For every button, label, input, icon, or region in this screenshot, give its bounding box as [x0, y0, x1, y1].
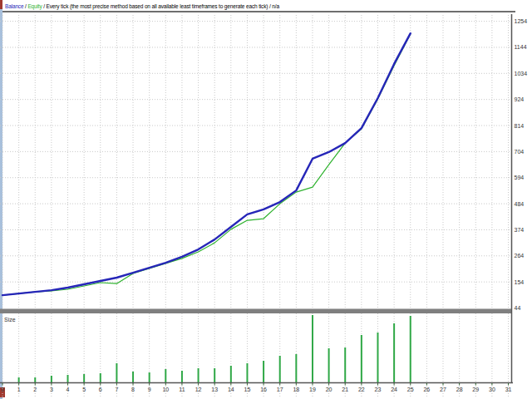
x-axis-label: 18 [293, 387, 299, 392]
x-axis-label: 8 [131, 387, 135, 392]
x-axis-label: 2 [33, 387, 37, 392]
x-axis-label: 13 [211, 387, 218, 392]
x-axis-label: 15 [244, 387, 251, 392]
x-axis-label: 6 [99, 387, 102, 392]
x-axis-label: 10 [162, 387, 169, 392]
x-axis-label: 31 [505, 387, 512, 392]
y-axis-label: 594 [515, 175, 525, 180]
x-axis-label: 7 [115, 387, 118, 392]
y-axis-label: 814 [515, 123, 525, 129]
x-axis-label: 4 [66, 387, 70, 392]
x-axis-label: 11 [179, 387, 185, 392]
x-axis-label: 28 [456, 387, 463, 392]
x-axis-label: 0 [1, 387, 4, 392]
y-axis-label: 264 [515, 253, 525, 259]
y-axis-label: 154 [515, 279, 525, 285]
size-panel-label: Size [4, 317, 16, 323]
grid-lines [0, 15, 512, 397]
backtest-graph[interactable]: 1254114410349248147045944843742641544401… [0, 0, 532, 399]
x-axis-label: 21 [342, 387, 348, 392]
x-axis-label: 17 [277, 387, 283, 392]
x-axis-label: 24 [391, 387, 397, 392]
x-axis-label: 26 [423, 387, 430, 392]
x-axis-label: 16 [260, 387, 267, 392]
x-axis-labels: 0123456789101112131415161718192021222324… [1, 383, 511, 392]
y-axis-label: 374 [515, 227, 525, 233]
x-axis-label: 3 [50, 387, 53, 392]
x-axis-label: 25 [407, 387, 414, 392]
y-axis-label: 484 [515, 201, 525, 207]
backtest-report-page: { "header": { "balance_label": "Balance"… [0, 0, 532, 399]
x-axis-label: 19 [309, 387, 316, 392]
y-axis-labels: 12541144103492481470459448437426415444 [515, 18, 528, 311]
x-axis-label: 20 [326, 387, 332, 392]
y-axis-label: 924 [515, 96, 525, 102]
y-axis-label: 1034 [515, 71, 528, 76]
x-axis-label: 27 [440, 387, 446, 392]
panel-separator [0, 309, 512, 314]
x-axis-label: 29 [472, 387, 479, 392]
x-axis-label: 23 [375, 387, 382, 392]
y-axis-label: 704 [515, 149, 525, 155]
x-axis-label: 14 [228, 387, 234, 392]
x-axis-label: 30 [489, 387, 495, 392]
x-axis-label: 1 [17, 387, 21, 392]
y-axis-label: 44 [515, 305, 521, 311]
axis-frame [0, 14, 513, 383]
y-axis-label: 1144 [515, 44, 527, 50]
x-axis-label: 12 [195, 387, 202, 392]
x-axis-label: 22 [358, 387, 365, 392]
x-axis-label: 9 [148, 387, 151, 392]
y-axis-label: 1254 [515, 18, 528, 24]
x-axis-label: 5 [82, 387, 86, 392]
